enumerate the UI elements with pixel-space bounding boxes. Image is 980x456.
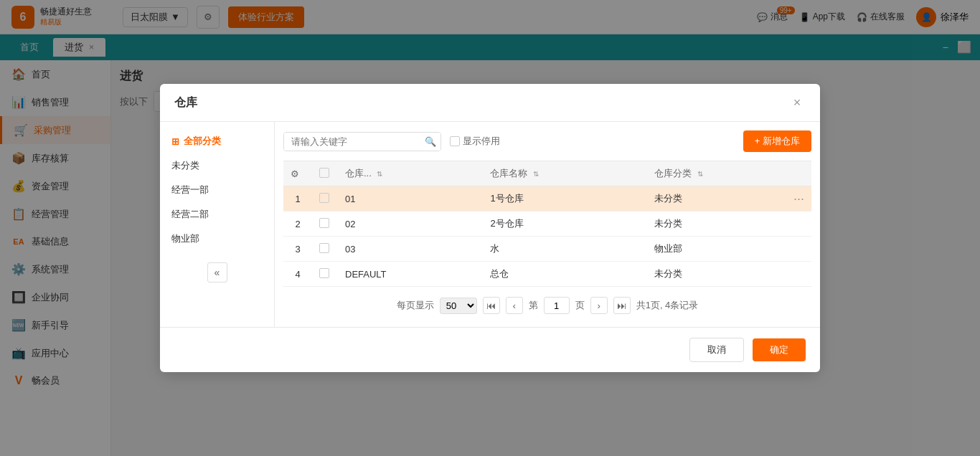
row-checkbox[interactable] xyxy=(312,212,338,237)
cat-collapse-button[interactable]: « xyxy=(207,262,227,282)
page-size-select[interactable]: 50 20 100 xyxy=(440,298,477,314)
warehouse-table: ⚙ 仓库... ⇅ 仓库名称 ⇅ 仓库分类 ⇅ 1 01 1号仓库 未分类··· xyxy=(283,161,811,287)
page-number-input[interactable] xyxy=(544,297,570,314)
category-sidebar: ⊞ 全部分类 未分类 经营一部 经营二部 物业部 « xyxy=(160,122,275,327)
cat-item-property-label: 物业部 xyxy=(171,232,199,245)
total-info: 共1页, 4条记录 xyxy=(636,299,699,312)
show-disabled-text: 显示停用 xyxy=(463,135,500,148)
table-header-row: ⚙ 仓库... ⇅ 仓库名称 ⇅ 仓库分类 ⇅ xyxy=(283,161,811,186)
modal-overlay: 仓库 × ⊞ 全部分类 未分类 经营一部 经营二部 xyxy=(0,0,980,456)
cat-item-ops2[interactable]: 经营二部 xyxy=(160,202,274,227)
row-code: DEFAULT xyxy=(338,262,483,287)
show-disabled-checkbox[interactable] xyxy=(450,136,460,146)
row-code: 02 xyxy=(338,212,483,237)
row-category: 物业部 xyxy=(647,237,811,262)
row-category: 未分类 xyxy=(647,262,811,287)
table-area: 🔍 显示停用 + 新增仓库 ⚙ xyxy=(275,122,820,327)
page-last-button[interactable]: ⏭ xyxy=(613,297,631,314)
row-checkbox[interactable] xyxy=(312,186,338,212)
select-all-checkbox[interactable] xyxy=(319,168,329,178)
th-name: 仓库名称 ⇅ xyxy=(483,161,647,186)
row-code: 01 xyxy=(338,186,483,212)
warehouse-modal: 仓库 × ⊞ 全部分类 未分类 经营一部 经营二部 xyxy=(160,84,820,372)
row-code: 03 xyxy=(338,237,483,262)
page-unit: 页 xyxy=(575,299,585,312)
row-name: 水 xyxy=(483,237,647,262)
cat-item-all[interactable]: ⊞ 全部分类 xyxy=(160,129,274,153)
search-row: 🔍 显示停用 + 新增仓库 xyxy=(283,130,811,152)
search-input[interactable] xyxy=(284,133,440,151)
search-icon[interactable]: 🔍 xyxy=(425,136,436,147)
page-next-button[interactable]: › xyxy=(590,297,608,314)
th-checkbox xyxy=(312,161,338,186)
cat-item-unclassified-label: 未分类 xyxy=(171,159,199,172)
cat-item-unclassified[interactable]: 未分类 xyxy=(160,153,274,178)
cat-item-all-label: 全部分类 xyxy=(184,135,221,148)
show-disabled-label[interactable]: 显示停用 xyxy=(450,135,500,148)
row-name: 1号仓库 xyxy=(483,186,647,212)
row-category: 未分类 xyxy=(647,212,811,237)
confirm-button[interactable]: 确定 xyxy=(753,338,806,361)
pagination: 每页显示 50 20 100 ⏮ ‹ 第 页 › ⏭ 共1页, 4条记录 xyxy=(283,287,811,318)
row-num: 3 xyxy=(283,237,312,262)
table-row[interactable]: 4 DEFAULT 总仓 未分类 xyxy=(283,262,811,287)
th-category: 仓库分类 ⇅ xyxy=(647,161,811,186)
th-settings: ⚙ xyxy=(283,161,312,186)
page-size-label: 每页显示 xyxy=(397,299,434,312)
cancel-button[interactable]: 取消 xyxy=(689,338,744,362)
row-num: 4 xyxy=(283,262,312,287)
th-code: 仓库... ⇅ xyxy=(338,161,483,186)
modal-close-button[interactable]: × xyxy=(788,94,806,111)
row-category: 未分类··· xyxy=(647,186,811,212)
cat-item-ops1[interactable]: 经营一部 xyxy=(160,178,274,202)
cat-item-property[interactable]: 物业部 xyxy=(160,227,274,251)
page-first-button[interactable]: ⏮ xyxy=(483,297,500,314)
modal-title: 仓库 xyxy=(174,95,197,110)
table-row[interactable]: 2 02 2号仓库 未分类 xyxy=(283,212,811,237)
table-row[interactable]: 3 03 水 物业部 xyxy=(283,237,811,262)
search-input-wrap: 🔍 xyxy=(283,132,441,151)
modal-footer: 取消 确定 xyxy=(160,327,820,372)
grid-icon: ⊞ xyxy=(171,136,179,147)
modal-header: 仓库 × xyxy=(160,84,820,122)
page-label: 第 xyxy=(529,299,538,312)
row-checkbox[interactable] xyxy=(312,262,338,287)
row-num: 1 xyxy=(283,186,312,212)
table-row[interactable]: 1 01 1号仓库 未分类··· xyxy=(283,186,811,212)
more-button[interactable]: ··· xyxy=(793,192,804,205)
modal-body: ⊞ 全部分类 未分类 经营一部 经营二部 物业部 « xyxy=(160,122,820,327)
row-name: 总仓 xyxy=(483,262,647,287)
cat-item-ops2-label: 经营二部 xyxy=(171,208,209,221)
cat-item-ops1-label: 经营一部 xyxy=(171,184,209,196)
row-name: 2号仓库 xyxy=(483,212,647,237)
add-warehouse-button[interactable]: + 新增仓库 xyxy=(743,130,811,152)
row-num: 2 xyxy=(283,212,312,237)
row-checkbox[interactable] xyxy=(312,237,338,262)
page-prev-button[interactable]: ‹ xyxy=(506,297,523,314)
